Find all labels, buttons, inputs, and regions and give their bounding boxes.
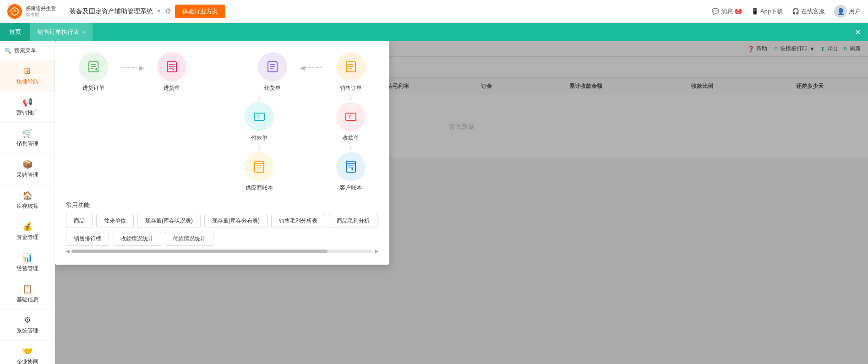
header-right: 💬 消息 5 📱 App下载 🎧 在线客服 👤 用户 [712,5,861,18]
common-btn-stock-status[interactable]: 现存量(库存状况表) [137,214,201,228]
tab-home[interactable]: 首页 [0,23,30,41]
avatar: 👤 [834,5,847,18]
svg-rect-9 [268,62,277,72]
svg-rect-21 [255,161,264,172]
system-title: 装备及固定资产辅助管理系统 [70,7,153,16]
sidebar: 🔍 搜索菜单 ⊞ 快捷导航 📢 营销推广 🛒 销售管理 📦 采购管理 🏠 库存核… [0,41,55,364]
flow-section: 进货订单 ▶ 进货单 [66,52,378,192]
enterprise-icon: 🤝 [22,346,33,356]
arrow-sales-order-to-bill: ◀ [300,64,323,81]
customer-ledger-circle[interactable] [336,152,366,181]
quick-nav-icon: ⊞ [24,66,31,76]
flow-item-supplier-ledger: 供应商账本 [232,152,287,192]
headset-icon: 🎧 [792,8,799,15]
svg-point-0 [11,8,18,15]
message-badge: 5 [735,9,742,14]
sidebar-item-quick-nav[interactable]: ⊞ 快捷导航 [0,60,55,92]
flow-item-customer-ledger: 客户账本 [323,152,378,192]
inventory-icon: 🏠 [22,190,33,201]
main-layout: 🔍 搜索菜单 ⊞ 快捷导航 📢 营销推广 🛒 销售管理 📦 采购管理 🏠 库存核… [0,41,868,364]
flow-item-purchase-bill: 进货单 [144,52,199,92]
scroll-left-icon[interactable]: ◀ [66,249,70,254]
tab-bar-close-icon[interactable]: ✕ [855,28,861,37]
modal-scrollbar: ◀ ▶ [66,246,378,254]
svg-rect-1 [89,62,98,72]
common-functions-title: 常用功能 [66,201,378,209]
scroll-right-icon[interactable]: ▶ [375,249,378,254]
payment-circle[interactable]: ¥ [245,102,274,131]
flow-item-sales-bill: 销货单 [245,52,300,92]
sidebar-item-marketing[interactable]: 📢 营销推广 [0,92,55,123]
common-buttons-row2: 销售排行榜 收款情况统计 付款情况统计 [66,232,378,246]
top-header: 畅康通好生意 标准版 装备及固定资产辅助管理系统 ▼ ⚙ 体验行业方案 💬 消息… [0,0,868,23]
common-btn-sales-rank[interactable]: 销售排行榜 [66,232,109,246]
marketing-icon: 📢 [22,97,33,107]
modal-dialog: 进货订单 ▶ 进货单 [55,41,389,265]
content-area: ❓ 帮助 🖨 按模板打印 ▼ ⬆ 导出 ↻ 刷新 📅 ~ [55,41,868,364]
business-icon: 📊 [22,253,33,263]
message-icon: 💬 [712,8,719,15]
online-service-action[interactable]: 🎧 在线客服 [792,7,825,16]
sales-bill-circle[interactable] [258,52,287,81]
common-btn-product[interactable]: 商品 [66,214,93,228]
sidebar-item-enterprise[interactable]: 🤝 企业协同 [0,341,55,364]
common-btn-payment-stats[interactable]: 付款情况统计 [165,232,213,246]
common-btn-partner[interactable]: 往来单位 [96,214,134,228]
svg-text:¥: ¥ [349,114,351,120]
scrollbar-thumb [71,250,328,253]
trial-button[interactable]: 体验行业方案 [175,5,225,18]
common-btn-product-profit[interactable]: 商品毛利分析 [329,214,377,228]
system-icon: ⚙ [24,315,31,325]
sidebar-item-sales[interactable]: 🛒 销售管理 [0,123,55,154]
sidebar-item-basic[interactable]: 📋 基础信息 [0,278,55,310]
purchase-bill-circle[interactable] [157,52,186,81]
sidebar-search[interactable]: 🔍 搜索菜单 [0,41,55,60]
logo-text: 畅康通好生意 标准版 [26,5,56,17]
tab-sales-order[interactable]: 销售订单执行表 × [30,23,93,41]
logo-icon [7,4,22,19]
common-btn-sales-profit[interactable]: 销售毛利分析表 [271,214,325,228]
system-title-area: 装备及固定资产辅助管理系统 ▼ ⚙ 体验行业方案 [62,5,712,18]
sidebar-item-purchase[interactable]: 📦 采购管理 [0,154,55,185]
receipt-circle[interactable]: ¥ [336,102,366,131]
sidebar-item-system[interactable]: ⚙ 系统管理 [0,310,55,341]
sidebar-item-business[interactable]: 📊 经营管理 [0,247,55,278]
modal-overlay[interactable]: 进货订单 ▶ 进货单 [55,41,868,364]
dropdown-icon[interactable]: ▼ [157,9,161,14]
svg-rect-26 [346,161,355,172]
user-action[interactable]: 👤 用户 [834,5,861,18]
supplier-ledger-circle[interactable] [245,152,274,181]
sales-icon: 🛒 [22,128,33,138]
arrow-purchase-order-to-bill: ▶ [121,64,144,81]
svg-rect-13 [346,62,355,72]
svg-text:¥: ¥ [257,114,260,120]
sidebar-item-inventory[interactable]: 🏠 库存核算 [0,185,55,216]
flow-item-sales-order: 销售订单 [323,52,378,92]
sales-order-circle[interactable] [336,52,366,81]
gear-icon[interactable]: ⚙ [165,7,171,16]
basic-icon: 📋 [22,284,33,294]
tab-bar: 首页 销售订单执行表 × ✕ [0,23,868,41]
phone-icon: 📱 [751,8,759,15]
svg-rect-5 [167,62,176,72]
common-buttons-row1: 商品 往来单位 现存量(库存状况表) 现存量(库存分布表) 销售毛利分析表 商品… [66,214,378,228]
common-btn-stock-dist[interactable]: 现存量(库存分布表) [204,214,267,228]
app-download-action[interactable]: 📱 App下载 [751,7,783,16]
search-icon: 🔍 [5,48,11,54]
flow-item-receipt: ¥ 收款单 [323,102,378,142]
purchase-icon: 📦 [22,159,33,169]
logo-area: 畅康通好生意 标准版 [7,4,62,19]
message-action[interactable]: 💬 消息 5 [712,7,742,16]
tab-close-icon[interactable]: × [82,29,85,35]
common-btn-receipt-stats[interactable]: 收款情况统计 [113,232,161,246]
flow-item-payment: ¥ 付款单 [232,102,287,142]
finance-icon: 💰 [22,222,33,232]
common-functions-section: 常用功能 商品 往来单位 现存量(库存状况表) 现存量(库存分布表) 销售毛利分… [66,201,378,246]
sidebar-item-finance[interactable]: 💰 资金管理 [0,216,55,247]
scrollbar-track[interactable] [71,250,373,253]
purchase-order-circle[interactable] [79,52,108,81]
flow-item-purchase-order: 进货订单 [66,52,121,92]
